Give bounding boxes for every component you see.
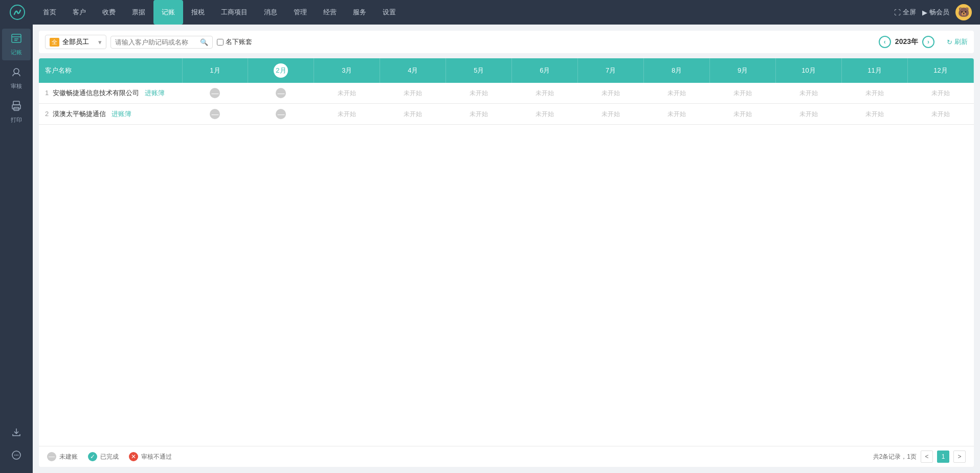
logo-icon xyxy=(9,4,26,20)
nav-business[interactable]: 工商项目 xyxy=(213,0,256,25)
cell-row1-month0: — xyxy=(182,104,248,125)
avatar[interactable]: 🐻 xyxy=(955,4,972,20)
legend-red-icon: ✕ xyxy=(129,452,138,461)
not-started-status: 未开始 xyxy=(404,89,422,97)
employee-select[interactable]: 全 全部员工 ▾ xyxy=(45,35,106,49)
sidebar-chat[interactable] xyxy=(2,446,31,467)
year-label: 2023年 xyxy=(895,37,918,47)
not-started-status: 未开始 xyxy=(799,110,818,118)
search-wrap: 🔍 xyxy=(110,36,213,49)
nav-invoice[interactable]: 票据 xyxy=(124,0,153,25)
sidebar-item-print-label: 打印 xyxy=(11,116,22,124)
col-may: 5月 xyxy=(446,58,512,83)
not-started-status: 未开始 xyxy=(338,89,356,97)
cell-row0-month3: 未开始 xyxy=(380,83,446,104)
svg-point-11 xyxy=(16,455,17,456)
review-icon xyxy=(11,66,22,80)
footer-bar: — 未建账 ✓ 已完成 ✕ 审核不通过 共2条记录，1页 < 1 > xyxy=(39,446,974,467)
cell-row1-month2: 未开始 xyxy=(314,104,380,125)
cell-row0-month6: 未开始 xyxy=(578,83,644,104)
table-wrapper[interactable]: 客户名称 1月 2月 3月 4月 5月 6月 7月 8月 xyxy=(39,58,974,446)
print-icon xyxy=(11,100,22,114)
enter-account-link-0[interactable]: 进账簿 xyxy=(145,89,165,97)
employee-label: 全部员工 xyxy=(62,37,89,47)
sidebar-bottom xyxy=(2,423,31,473)
logo xyxy=(5,4,30,20)
nav-tax[interactable]: 报税 xyxy=(183,0,213,25)
cell-row1-month6: 未开始 xyxy=(578,104,644,125)
not-started-status: 未开始 xyxy=(799,89,818,97)
cell-row0-month9: 未开始 xyxy=(776,83,842,104)
nav-operation[interactable]: 经营 xyxy=(315,0,345,25)
refresh-button[interactable]: ↻ 刷新 xyxy=(947,37,968,47)
not-started-status: 未开始 xyxy=(733,89,752,97)
sidebar-download[interactable] xyxy=(2,423,31,444)
sidebar-item-print[interactable]: 打印 xyxy=(2,96,31,128)
legend-rejected: ✕ 审核不通过 xyxy=(129,452,172,461)
col-sep: 9月 xyxy=(710,58,776,83)
col-jun: 6月 xyxy=(512,58,578,83)
top-navigation: 首页 客户 收费 票据 记账 报税 工商项目 消息 管理 经营 服务 设置 ⛶ … xyxy=(0,0,980,25)
client-name-cell-1: 2 漠澳太平畅捷通信 进账簿 xyxy=(39,104,182,125)
col-jan: 1月 xyxy=(182,58,248,83)
search-input[interactable] xyxy=(115,38,197,46)
nav-customer[interactable]: 客户 xyxy=(64,0,94,25)
dash-status-icon: — xyxy=(210,109,220,119)
nav-home[interactable]: 首页 xyxy=(35,0,64,25)
nav-manage[interactable]: 管理 xyxy=(285,0,315,25)
employee-badge: 全 xyxy=(50,38,59,47)
pagination-summary: 共2条记录，1页 xyxy=(873,453,917,461)
cell-row1-month4: 未开始 xyxy=(446,104,512,125)
fullscreen-label: 全屏 xyxy=(903,8,916,17)
content-area: 全 全部员工 ▾ 🔍 名下账套 ‹ 2023年 › ↻ 刷新 xyxy=(33,25,980,473)
year-prev-button[interactable]: ‹ xyxy=(879,36,891,48)
pagination-next[interactable]: > xyxy=(953,451,966,463)
nav-account[interactable]: 记账 xyxy=(153,0,183,25)
pagination-current[interactable]: 1 xyxy=(937,451,949,463)
dash-status-icon: — xyxy=(276,109,286,119)
main-layout: 记账 审核 打印 xyxy=(0,25,980,473)
col-mar: 3月 xyxy=(314,58,380,83)
client-name-1: 漠澳太平畅捷通信 xyxy=(53,110,106,118)
year-next-button[interactable]: › xyxy=(922,36,934,48)
fullscreen-button[interactable]: ⛶ 全屏 xyxy=(894,8,916,17)
legend-completed-label: 已完成 xyxy=(100,453,119,461)
cell-row1-month7: 未开始 xyxy=(644,104,710,125)
chat-icon xyxy=(11,450,21,463)
pagination: 共2条记录，1页 < 1 > xyxy=(873,451,966,463)
not-started-status: 未开始 xyxy=(733,110,752,118)
sidebar: 记账 审核 打印 xyxy=(0,25,33,473)
not-started-status: 未开始 xyxy=(667,89,686,97)
table-body: 1 安徽畅捷通信息技术有限公司 进账簿 ——未开始未开始未开始未开始未开始未开始… xyxy=(39,83,974,125)
sidebar-item-account[interactable]: 记账 xyxy=(2,29,31,60)
not-started-status: 未开始 xyxy=(536,110,554,118)
toolbar: 全 全部员工 ▾ 🔍 名下账套 ‹ 2023年 › ↻ 刷新 xyxy=(39,31,974,53)
cell-row0-month2: 未开始 xyxy=(314,83,380,104)
row-index-0: 1 xyxy=(45,89,49,97)
cell-row0-month8: 未开始 xyxy=(710,83,776,104)
legend-not-created-label: 未建账 xyxy=(59,453,78,461)
not-started-status: 未开始 xyxy=(931,89,950,97)
nav-settings[interactable]: 设置 xyxy=(374,0,404,25)
not-started-status: 未开始 xyxy=(470,89,488,97)
sidebar-item-review[interactable]: 审核 xyxy=(2,62,31,94)
col-oct: 10月 xyxy=(776,58,842,83)
not-started-status: 未开始 xyxy=(865,89,884,97)
dash-status-icon: — xyxy=(210,88,220,98)
enter-account-link-1[interactable]: 进账簿 xyxy=(112,110,131,118)
svg-rect-6 xyxy=(13,101,19,105)
svg-point-12 xyxy=(17,455,18,456)
pagination-prev[interactable]: < xyxy=(921,451,933,463)
nav-message[interactable]: 消息 xyxy=(256,0,285,25)
cell-row1-month9: 未开始 xyxy=(776,104,842,125)
year-nav: ‹ 2023年 › xyxy=(879,36,934,48)
col-aug: 8月 xyxy=(644,58,710,83)
not-started-status: 未开始 xyxy=(404,110,422,118)
member-button[interactable]: ▶ 畅会员 xyxy=(922,8,949,17)
nav-fee[interactable]: 收费 xyxy=(94,0,124,25)
nav-service[interactable]: 服务 xyxy=(345,0,374,25)
client-name-0: 安徽畅捷通信息技术有限公司 xyxy=(53,89,139,97)
legend-grey-icon: — xyxy=(47,452,56,461)
cell-row0-month7: 未开始 xyxy=(644,83,710,104)
checkbox-account-set[interactable] xyxy=(217,39,224,46)
